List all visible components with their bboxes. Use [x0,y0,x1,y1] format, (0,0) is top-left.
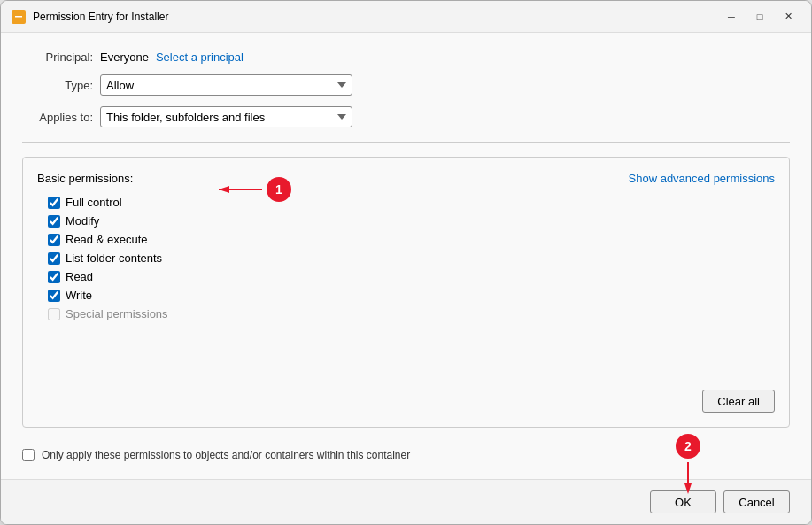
label-only-apply: Only apply these permissions to objects … [42,449,410,461]
type-select[interactable]: Allow Deny [100,74,352,96]
button-row: 2 OK Cancel [1,479,811,524]
principal-value: Everyone [100,50,149,64]
minimize-button[interactable]: ─ [719,7,744,27]
checkbox-list-folder[interactable] [48,252,60,265]
label-read: Read [66,270,93,283]
checkbox-read[interactable] [48,271,60,283]
permission-full-control: Full control [48,196,775,209]
permission-entry-dialog: Permission Entry for Installer ─ □ ✕ Pri… [0,0,812,525]
type-row: Type: Allow Deny [22,74,790,96]
permission-list-folder: List folder contents [48,251,775,265]
checkbox-read-execute[interactable] [48,234,60,246]
label-read-execute: Read & execute [66,233,148,246]
show-advanced-link[interactable]: Show advanced permissions [629,172,775,185]
select-principal-link[interactable]: Select a principal [156,50,244,64]
permission-special: Special permissions [48,307,775,320]
close-button[interactable]: ✕ [776,7,800,27]
checkbox-list: Full control Modify Read & execute List … [37,196,775,320]
label-full-control: Full control [66,196,122,209]
title-bar-controls: ─ □ ✕ [719,7,800,27]
permissions-header: Basic permissions: Show advanced permiss… [37,172,775,185]
cancel-button[interactable]: Cancel [723,490,790,513]
label-modify: Modify [66,214,99,228]
svg-rect-1 [15,16,22,18]
applies-to-label: Applies to: [22,111,93,124]
applies-to-row: Applies to: This folder, subfolders and … [22,106,790,127]
permission-read: Read [48,270,775,283]
checkbox-only-apply[interactable] [22,449,35,461]
maximize-button[interactable]: □ [747,7,772,27]
applies-to-select[interactable]: This folder, subfolders and files This f… [100,106,352,127]
title-bar: Permission Entry for Installer ─ □ ✕ [1,1,811,33]
ok-button[interactable]: OK [650,490,716,513]
divider [22,142,790,143]
label-write: Write [66,289,92,302]
checkbox-modify[interactable] [48,215,60,228]
checkbox-write[interactable] [48,290,60,302]
dialog-body: Principal: Everyone Select a principal T… [1,33,811,479]
permissions-title: Basic permissions: [37,172,133,185]
type-label: Type: [22,79,93,92]
title-bar-icon [12,10,26,24]
permission-read-execute: Read & execute [48,233,775,246]
principal-row: Principal: Everyone Select a principal [22,50,790,64]
label-special: Special permissions [66,307,168,320]
dialog-title: Permission Entry for Installer [33,11,719,23]
checkbox-special [48,308,60,320]
checkbox-full-control[interactable] [48,197,60,209]
clear-all-button[interactable]: Clear all [702,390,775,413]
permission-modify: Modify [48,214,775,228]
label-list-folder: List folder contents [66,251,162,265]
principal-label: Principal: [22,50,93,64]
only-apply-row: Only apply these permissions to objects … [22,449,790,461]
permissions-section: Basic permissions: Show advanced permiss… [22,157,790,428]
permission-write: Write [48,289,775,302]
